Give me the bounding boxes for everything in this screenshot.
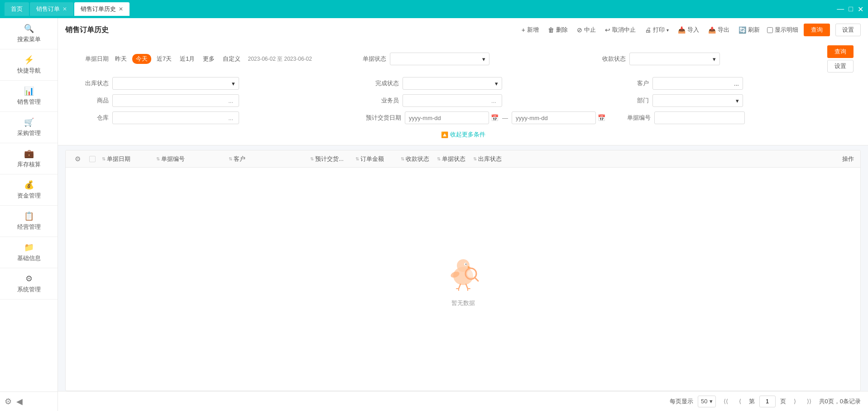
export-button[interactable]: 📤 导出	[706, 25, 731, 35]
first-page-button[interactable]: ⟨⟨	[720, 396, 731, 406]
sidebar-collapse-icon[interactable]: ◀	[16, 396, 23, 406]
date-label: 单据日期	[72, 55, 109, 63]
sidebar-item-basic-info[interactable]: 📁 基础信息	[0, 237, 58, 268]
collapse-row[interactable]: 🔼 收起更多条件	[72, 129, 854, 140]
tab-sales-order-close[interactable]: ✕	[62, 6, 67, 12]
print-label: 打印	[653, 26, 665, 34]
goods-select[interactable]: ...	[112, 94, 239, 107]
tab-sales-order-history-close[interactable]: ✕	[119, 6, 123, 12]
sidebar-item-quick-nav[interactable]: ⚡ 快捷导航	[0, 49, 58, 81]
collapse-up-icon: 🔼	[441, 131, 448, 138]
warehouse-ellipsis-icon[interactable]: ...	[226, 115, 235, 121]
pagination-bar: 每页显示 50 ▾ ⟨⟨ ⟨ 第 页 ⟩ ⟩⟩ 共0页，0条记录	[58, 391, 868, 411]
date-more-btn[interactable]: 更多	[200, 54, 217, 64]
sort-icon-order-status[interactable]: ⇅	[437, 156, 441, 161]
order-number-field	[654, 111, 854, 124]
sort-icon-out-status[interactable]: ⇅	[473, 156, 477, 161]
tab-home[interactable]: 首页	[5, 2, 29, 16]
sidebar-item-purchase-mgmt[interactable]: 🛒 采购管理	[0, 112, 58, 143]
sort-icon-date[interactable]: ⇅	[102, 156, 106, 161]
warehouse-select[interactable]: ...	[112, 111, 239, 124]
cancel-stop-button[interactable]: ↩ 取消中止	[603, 25, 638, 35]
setting-button-2[interactable]: 设置	[827, 60, 854, 73]
order-status-select[interactable]: ▾	[390, 53, 489, 65]
last-page-button[interactable]: ⟩⟩	[804, 396, 815, 406]
refresh-label: 刷新	[748, 26, 760, 34]
minimize-icon[interactable]: —	[837, 5, 844, 13]
page-number-input[interactable]	[759, 396, 776, 407]
import-button[interactable]: 📥 导入	[676, 25, 701, 35]
quick-nav-icon: ⚡	[24, 55, 34, 65]
maximize-icon[interactable]: □	[849, 5, 853, 13]
page-size-select[interactable]: 50 ▾	[698, 396, 715, 407]
goods-ellipsis-icon[interactable]: ...	[226, 97, 235, 104]
date-last7-btn[interactable]: 近7天	[154, 54, 174, 64]
sidebar-item-purchase-mgmt-label: 采购管理	[17, 129, 41, 137]
sidebar-item-sales-mgmt[interactable]: 📊 销售管理	[0, 81, 58, 112]
sidebar-item-sys-mgmt[interactable]: ⚙ 系统管理	[0, 268, 58, 300]
sidebar-item-ops-mgmt[interactable]: 📋 经营管理	[0, 206, 58, 237]
print-button[interactable]: 🖨 打印 ▾	[643, 25, 671, 35]
customer-ellipsis-icon[interactable]: ...	[734, 80, 739, 87]
delivery-date-to-calendar-icon[interactable]: 📅	[598, 114, 605, 121]
sort-icon-number[interactable]: ⇅	[156, 156, 160, 161]
sort-icon-pay-status[interactable]: ⇅	[401, 156, 404, 161]
sort-icon-amount[interactable]: ⇅	[355, 156, 359, 161]
print-icon: 🖨	[645, 26, 651, 34]
date-today-btn[interactable]: 今天	[132, 54, 151, 64]
warehouse-field: ...	[112, 111, 351, 124]
customer-label: 客户	[613, 79, 649, 87]
dept-label: 部门	[613, 97, 649, 105]
out-status-field: ▾	[112, 77, 354, 90]
th-settings[interactable]: ⚙	[69, 155, 86, 163]
tab-sales-order-history[interactable]: 销售订单历史 ✕	[74, 2, 129, 16]
th-amount: ⇅ 订单金额	[353, 155, 398, 163]
delivery-date-from-calendar-icon[interactable]: 📅	[491, 114, 499, 121]
delivery-date-to-input[interactable]	[512, 111, 596, 124]
refresh-button[interactable]: 🔄 刷新	[737, 25, 762, 35]
select-all-checkbox[interactable]	[89, 156, 96, 162]
dept-select[interactable]: ▾	[652, 94, 743, 107]
sidebar-settings-icon[interactable]: ⚙	[5, 396, 12, 406]
delivery-date-from-input[interactable]	[405, 111, 489, 124]
show-detail-checkbox-label[interactable]: 显示明细	[767, 26, 798, 34]
complete-status-select[interactable]: ▾	[403, 77, 502, 90]
goods-label: 商品	[72, 97, 109, 105]
out-status-select[interactable]: ▾	[112, 77, 239, 90]
sort-icon-customer[interactable]: ⇅	[229, 156, 232, 161]
out-status-arrow-icon: ▾	[232, 80, 235, 87]
sidebar-item-search-menu-label: 搜索菜单	[17, 35, 41, 44]
setting-button[interactable]: 设置	[835, 24, 861, 36]
sidebar-item-search-menu[interactable]: 🔍 搜索菜单	[0, 18, 58, 49]
stop-button[interactable]: ⊘ 中止	[575, 25, 598, 35]
th-order-status-label: 单据状态	[442, 155, 465, 163]
customer-select[interactable]: ...	[652, 77, 743, 90]
salesperson-select[interactable]: ...	[403, 94, 502, 107]
date-yesterday-btn[interactable]: 昨天	[112, 54, 129, 64]
date-last1m-btn[interactable]: 近1月	[177, 54, 197, 64]
order-number-input[interactable]	[654, 111, 745, 124]
show-detail-checkbox[interactable]	[767, 27, 773, 33]
payment-status-label: 收款状态	[590, 55, 626, 63]
table-area: ⚙ ⇅ 单据日期 ⇅ 单据编号 ⇅ 客户	[58, 145, 868, 391]
svg-point-7	[467, 270, 475, 277]
sidebar-item-funds-mgmt[interactable]: 💰 资金管理	[0, 174, 58, 206]
stop-icon: ⊘	[577, 26, 582, 34]
tab-sales-order[interactable]: 销售订单 ✕	[30, 2, 73, 16]
next-page-button[interactable]: ⟩	[791, 396, 799, 406]
complete-status-arrow-icon: ▾	[495, 80, 498, 87]
salesperson-ellipsis-icon[interactable]: ...	[489, 97, 498, 104]
delete-button[interactable]: 🗑 删除	[546, 25, 570, 35]
query-button-2[interactable]: 查询	[827, 45, 854, 58]
close-icon[interactable]: ✕	[858, 5, 863, 14]
payment-status-select[interactable]: ▾	[629, 53, 720, 65]
date-custom-btn[interactable]: 自定义	[220, 54, 243, 64]
prev-page-button[interactable]: ⟨	[736, 396, 744, 406]
top-bar: 首页 销售订单 ✕ 销售订单历史 ✕ — □ ✕	[0, 0, 868, 18]
query-button[interactable]: 查询	[804, 24, 830, 36]
settings-gear-icon[interactable]: ⚙	[75, 155, 81, 163]
sidebar-item-inventory[interactable]: 💼 库存核算	[0, 143, 58, 174]
sort-icon-delivery[interactable]: ⇅	[310, 156, 314, 161]
inventory-icon: 💼	[24, 149, 34, 159]
new-button[interactable]: + 新增	[520, 25, 541, 35]
